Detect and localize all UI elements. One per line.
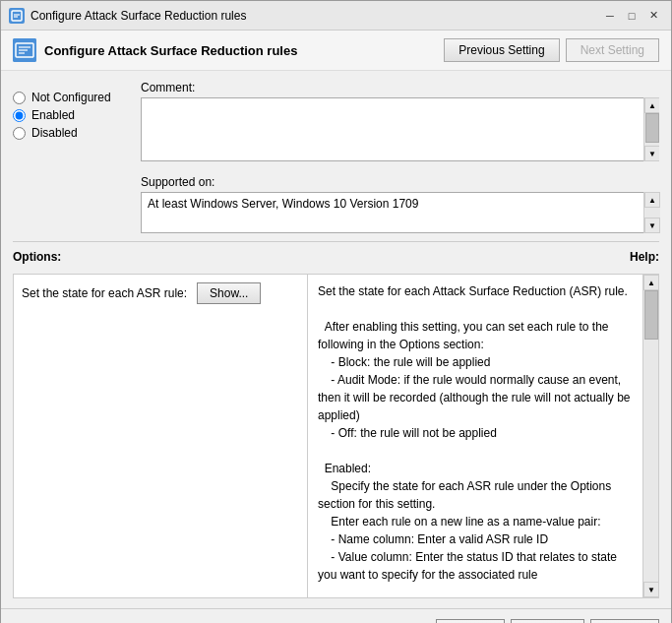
minimize-button[interactable]: ─ [600,6,620,26]
maximize-button[interactable]: □ [622,6,641,26]
ok-button[interactable]: OK [436,619,505,623]
disabled-option[interactable]: Disabled [13,126,141,140]
section-header: Options: Help: [13,250,659,270]
comment-scrollbar: ▲ ▼ [643,97,659,161]
help-text: Set the state for each Attack Surface Re… [318,282,633,598]
apply-button[interactable]: Apply [590,619,659,623]
previous-setting-button[interactable]: Previous Setting [444,38,559,62]
help-scroll-up[interactable]: ▲ [643,275,659,290]
options-panel: Set the state for each ASR rule: Show... [13,274,308,598]
help-scroll-down[interactable]: ▼ [643,582,659,597]
disabled-radio[interactable] [13,127,26,140]
footer: OK Cancel Apply [1,608,671,623]
comment-label: Comment: [141,81,659,94]
asr-rule-label: Set the state for each ASR rule: [22,286,187,300]
title-bar: Configure Attack Surface Reduction rules… [1,1,671,31]
scroll-track [644,113,659,146]
window-title: Configure Attack Surface Reduction rules [31,9,246,23]
svg-rect-0 [12,11,22,21]
scroll-up-arrow[interactable]: ▲ [644,97,659,113]
not-configured-radio[interactable] [13,92,26,104]
supported-scroll-down[interactable]: ▼ [644,218,660,233]
content-area: Not Configured Enabled Disabled Comment:… [1,71,671,608]
options-help-row: Set the state for each ASR rule: Show...… [13,274,659,598]
show-button[interactable]: Show... [197,282,261,304]
supported-scroll-track [644,208,660,218]
supported-value: At least Windows Server, Windows 10 Vers… [141,192,643,233]
supported-section: Supported on: At least Windows Server, W… [141,175,659,233]
help-scroll-track [643,290,658,582]
next-setting-button[interactable]: Next Setting [566,38,659,62]
options-section-label: Options: [13,250,61,264]
header-bar: Configure Attack Surface Reduction rules… [1,31,671,71]
header-icon [13,38,36,62]
comment-textarea-wrapper: ▲ ▼ [141,97,659,161]
title-controls: ─ □ ✕ [600,6,663,26]
supported-scrollbar: ▲ ▼ [643,192,659,233]
comment-section: Comment: ▲ ▼ [141,81,659,161]
supported-label: Supported on: [141,175,659,189]
disabled-label: Disabled [31,126,78,140]
title-bar-left: Configure Attack Surface Reduction rules [9,8,246,24]
header-buttons: Previous Setting Next Setting [444,38,659,62]
help-scrollbar: ▲ ▼ [643,274,659,598]
cancel-button[interactable]: Cancel [511,619,584,623]
radio-section: Not Configured Enabled Disabled [13,81,141,140]
enabled-option[interactable]: Enabled [13,108,141,122]
help-panel: Set the state for each Attack Surface Re… [308,274,643,598]
supported-scroll-up[interactable]: ▲ [644,192,660,208]
scroll-down-arrow[interactable]: ▼ [644,146,659,161]
close-button[interactable]: ✕ [643,6,663,26]
asr-rule-row: Set the state for each ASR rule: Show... [22,282,299,304]
help-section-label: Help: [630,250,659,264]
header-title: Configure Attack Surface Reduction rules [44,43,297,58]
header-left: Configure Attack Surface Reduction rules [13,38,297,62]
supported-box-wrapper: At least Windows Server, Windows 10 Vers… [141,192,659,233]
config-section: Not Configured Enabled Disabled Comment:… [13,81,659,169]
window-icon [9,8,25,24]
help-scroll-thumb [644,290,658,340]
not-configured-label: Not Configured [31,91,111,104]
divider [13,241,659,242]
not-configured-option[interactable]: Not Configured [13,91,141,104]
enabled-label: Enabled [31,108,75,122]
main-window: Configure Attack Surface Reduction rules… [0,0,672,623]
comment-input[interactable] [141,97,643,161]
enabled-radio[interactable] [13,109,26,122]
scroll-thumb [645,113,659,143]
